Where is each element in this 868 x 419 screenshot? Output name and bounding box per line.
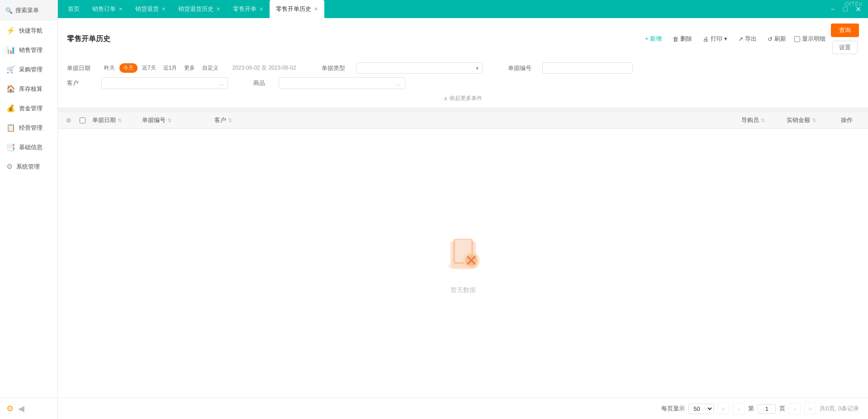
show-detail-checkbox[interactable]: 显示明细 — [794, 35, 825, 43]
tab-sales-return-history-close[interactable]: ✕ — [216, 6, 220, 12]
sidebar-item-label: 基础信息 — [19, 143, 43, 151]
tab-sales-return-close[interactable]: ✕ — [161, 6, 166, 12]
search-icon: 🔍 — [5, 7, 13, 14]
sidebar: 🔍 搜索菜单 ⚡ 快捷导航 📊 销售管理 🛒 采购管理 🏠 库存核算 💰 资金管… — [0, 0, 58, 419]
setting-button[interactable]: 设置 — [832, 41, 858, 54]
sidebar-collapse-icon[interactable]: ◀ — [18, 404, 24, 414]
refresh-icon: ↺ — [768, 36, 773, 42]
next-page-button[interactable]: › — [789, 403, 801, 414]
finance-icon: 💰 — [6, 104, 15, 113]
first-page-button[interactable]: « — [717, 403, 729, 414]
th-customer-sort-icon: ⇅ — [228, 118, 232, 123]
sidebar-item-sys-mgmt[interactable]: ⚙ 系统管理 — [0, 157, 57, 176]
customer-dots-button[interactable]: ... — [218, 80, 224, 87]
doc-no-field[interactable] — [546, 65, 629, 71]
query-button[interactable]: 查询 — [831, 24, 859, 37]
sidebar-item-purchase-mgmt[interactable]: 🛒 采购管理 — [0, 60, 57, 79]
print-icon: 🖨 — [703, 36, 709, 42]
date-btn-7days[interactable]: 近7天 — [139, 63, 159, 73]
th-amount[interactable]: 实销金额 ⇅ — [783, 116, 837, 124]
current-page-input[interactable] — [758, 404, 776, 414]
doc-no-label: 单据编号 — [508, 64, 535, 72]
date-btn-1month[interactable]: 近1月 — [161, 63, 180, 73]
sidebar-item-finance[interactable]: 💰 资金管理 — [0, 99, 57, 118]
product-dots-button[interactable]: ... — [396, 80, 401, 87]
th-salesman[interactable]: 导购员 ⇅ — [738, 116, 783, 124]
prev-page-button[interactable]: ‹ — [733, 403, 745, 414]
quick-nav-icon: ⚡ — [6, 26, 15, 35]
show-detail-label: 显示明细 — [802, 35, 825, 43]
product-input[interactable]: ... — [279, 77, 405, 89]
tab-sales-order-close[interactable]: ✕ — [119, 6, 123, 12]
show-detail-input[interactable] — [794, 36, 800, 42]
date-btn-yesterday[interactable]: 昨天 — [101, 63, 118, 73]
sys-mgmt-icon: ⚙ — [6, 162, 13, 171]
th-date-label: 单据日期 — [92, 116, 116, 124]
brand-label: OfTEn — [844, 1, 863, 7]
refresh-button[interactable]: ↺ 刷新 — [765, 33, 789, 45]
tab-retail-history-label: 零售开单历史 — [276, 5, 311, 13]
tab-sales-return[interactable]: 销货退货 ✕ — [129, 0, 172, 18]
sidebar-item-sales-mgmt[interactable]: 📊 销售管理 — [0, 40, 57, 60]
sidebar-item-quick-nav[interactable]: ⚡ 快捷导航 — [0, 21, 57, 40]
customer-input[interactable]: ... — [101, 77, 228, 89]
th-date[interactable]: 单据日期 ⇅ — [89, 116, 138, 124]
customer-field[interactable] — [105, 80, 218, 87]
tab-sales-order-label: 销售订单 — [92, 5, 116, 13]
table-checkbox-all[interactable] — [76, 118, 89, 123]
export-icon: ↗ — [738, 36, 743, 42]
minimize-button[interactable]: － — [828, 5, 837, 14]
th-salesman-sort-icon: ⇅ — [761, 118, 765, 123]
sidebar-item-business[interactable]: 📋 经营管理 — [0, 118, 57, 137]
total-info: 共0页, 0条记录 — [820, 405, 859, 413]
tab-retail-history[interactable]: 零售开单历史 ✕ — [270, 0, 324, 18]
tab-retail-open[interactable]: 零售开单 ✕ — [227, 0, 270, 18]
last-page-button[interactable]: » — [804, 403, 816, 414]
add-button[interactable]: + 新增 — [642, 33, 664, 45]
top-nav: 首页 销售订单 ✕ 销货退货 ✕ 销货退货历史 ✕ 零售开单 ✕ 零售开单历史 … — [58, 0, 868, 18]
tab-retail-history-close[interactable]: ✕ — [314, 6, 318, 12]
date-range-text: 2023-06-02 至 2023-06-02 — [232, 64, 296, 72]
product-label: 商品 — [253, 79, 271, 87]
product-field[interactable] — [283, 80, 396, 87]
th-op: 操作 — [837, 116, 864, 124]
tab-sales-order[interactable]: 销售订单 ✕ — [86, 0, 129, 18]
main-area: 首页 销售订单 ✕ 销货退货 ✕ 销货退货历史 ✕ 零售开单 ✕ 零售开单历史 … — [58, 0, 868, 419]
table-settings-icon[interactable]: ⚙ — [62, 117, 76, 124]
sidebar-item-label: 资金管理 — [19, 104, 43, 113]
doc-type-select[interactable]: ▾ — [356, 62, 483, 74]
date-btn-custom[interactable]: 自定义 — [199, 63, 221, 73]
page-label: 页 — [779, 405, 785, 413]
tab-home[interactable]: 首页 — [62, 0, 86, 18]
collapse-bar[interactable]: ∧ 收起更多条件 — [67, 93, 859, 105]
table-area: ⚙ 单据日期 ⇅ 单据编号 ⇅ 客户 ⇅ 导购员 ⇅ — [58, 112, 868, 398]
select-all-checkbox[interactable] — [80, 118, 85, 123]
export-button[interactable]: ↗ 导出 — [735, 33, 759, 45]
sidebar-item-inventory[interactable]: 🏠 库存核算 — [0, 79, 57, 99]
th-no[interactable]: 单据编号 ⇅ — [138, 116, 211, 124]
th-op-label: 操作 — [841, 116, 853, 124]
tab-retail-open-label: 零售开单 — [233, 5, 256, 13]
customer-label: 客户 — [67, 79, 94, 87]
per-page-select[interactable]: 10 20 50 100 — [688, 404, 714, 414]
th-salesman-label: 导购员 — [741, 116, 759, 124]
th-customer-label: 客户 — [214, 116, 226, 124]
doc-no-input[interactable] — [542, 62, 633, 74]
th-customer[interactable]: 客户 ⇅ — [211, 116, 738, 124]
delete-button[interactable]: 🗑 🗑 删除 删除 — [670, 33, 695, 45]
tab-home-label: 首页 — [68, 5, 80, 13]
sidebar-item-base-info[interactable]: 📑 基础信息 — [0, 137, 57, 157]
sidebar-settings-icon[interactable]: ⚙ — [6, 404, 14, 414]
date-btn-today[interactable]: 今天 — [119, 63, 138, 73]
doc-type-placeholder — [360, 65, 476, 71]
delete-icon: 🗑 — [673, 36, 678, 42]
per-page-label: 每页显示 — [661, 405, 685, 413]
pagination: 每页显示 10 20 50 100 « ‹ 第 页 › » 共0页, 0条记录 — [58, 398, 868, 419]
print-button[interactable]: 🖨 打印 ▾ — [700, 33, 730, 45]
sidebar-search[interactable]: 🔍 搜索菜单 — [0, 0, 57, 21]
date-btn-more[interactable]: 更多 — [181, 63, 198, 73]
tab-retail-open-close[interactable]: ✕ — [259, 6, 263, 12]
tab-sales-return-history[interactable]: 销货退货历史 ✕ — [172, 0, 227, 18]
tab-sales-return-label: 销货退货 — [135, 5, 159, 13]
business-icon: 📋 — [6, 123, 15, 132]
